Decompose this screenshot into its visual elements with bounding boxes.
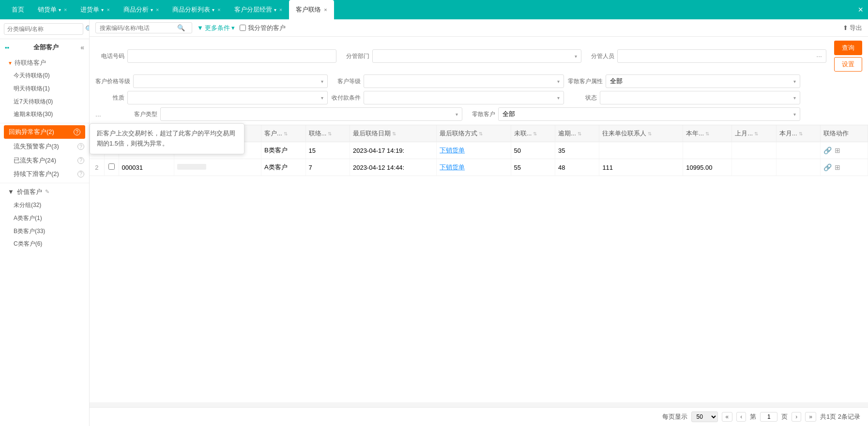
sidebar-item-unclassified[interactable]: 未分组(32) bbox=[0, 199, 89, 212]
more-dots-button[interactable]: ... bbox=[95, 110, 101, 118]
nav-sales-order[interactable]: 销货单 ▾ × bbox=[31, 0, 74, 19]
nav-close-active-icon[interactable]: × bbox=[324, 7, 327, 13]
contact-more-icon[interactable]: ⊞ bbox=[835, 147, 840, 154]
advanced-filter-panel: 电话号码 分管部门 ▾ 分管人员 ··· bbox=[90, 37, 868, 125]
filter-cell-manager: 分管人员 ··· bbox=[585, 49, 826, 63]
action-cell: 🔗 ⊞ bbox=[821, 159, 868, 176]
uncontacted-days: 50 bbox=[511, 142, 555, 159]
nav-customer-segmentation[interactable]: 客户分层经营 ▾ × bbox=[228, 0, 289, 19]
nav-close-icon[interactable]: × bbox=[217, 7, 220, 13]
nav-purchase-order[interactable]: 进货单 ▾ × bbox=[74, 0, 116, 19]
tooltip-box: 距客户上次交易时长，超过了此客户的平均交易周期的1.5倍，则视为异常。 bbox=[90, 123, 244, 154]
th-overdue: 逾期...⇅ bbox=[555, 125, 599, 142]
next-page-button[interactable]: › bbox=[792, 412, 801, 422]
sidebar-item-class-c[interactable]: C类客户(6) bbox=[0, 237, 89, 250]
nav-close-icon[interactable]: × bbox=[156, 7, 159, 13]
nav-arrow: ▾ bbox=[101, 7, 104, 13]
prev-page-button[interactable]: ‹ bbox=[736, 412, 746, 422]
contact-link-icon[interactable]: 🔗 bbox=[823, 147, 832, 154]
price-level-select[interactable]: ▾ bbox=[133, 74, 328, 88]
window-close-icon[interactable]: × bbox=[858, 5, 863, 15]
last-month-amount bbox=[732, 159, 776, 176]
sidebar-value-group[interactable]: ▼ 价值客户 ✎ bbox=[0, 185, 89, 199]
page-number-input[interactable] bbox=[760, 412, 777, 422]
nav-close-icon[interactable]: × bbox=[64, 7, 67, 13]
dots-icon[interactable]: ··· bbox=[816, 52, 822, 60]
unit-contact-person: 111 bbox=[599, 159, 683, 176]
first-page-button[interactable]: « bbox=[722, 412, 733, 422]
last-page-button[interactable]: » bbox=[805, 412, 816, 422]
contact-more-icon[interactable]: ⊞ bbox=[835, 163, 840, 171]
nav-arrow: ▾ bbox=[151, 7, 153, 13]
last-month-amount bbox=[732, 142, 776, 159]
info-icon: ? bbox=[77, 143, 84, 150]
setting-button[interactable]: 设置 bbox=[834, 57, 862, 72]
retail-attr-select[interactable]: 全部 ▾ bbox=[606, 74, 800, 88]
caret-icon: ▾ bbox=[321, 79, 323, 84]
total-records-label: 共1页 2条记录 bbox=[820, 412, 860, 421]
th-uncontacted: 未联...⇅ bbox=[511, 125, 555, 142]
table-row: 2 000031 A类客户 7 2023-04-12 14:44: 下销货单 5… bbox=[90, 159, 868, 176]
my-customer-checkbox-label[interactable]: 我分管的客户 bbox=[240, 24, 286, 32]
manager-select[interactable]: ··· bbox=[617, 49, 826, 63]
sidebar-item-overdue[interactable]: 逾期未联络(30) bbox=[0, 108, 89, 121]
nav-customer-contact[interactable]: 客户联络 × bbox=[289, 0, 334, 19]
customer-code: 000031 bbox=[119, 159, 174, 176]
sidebar-item-class-b[interactable]: B类客户(33) bbox=[0, 225, 89, 238]
sidebar-item-class-a[interactable]: A类客户(1) bbox=[0, 212, 89, 225]
triangle-icon-2: ▼ bbox=[8, 188, 14, 195]
row-checkbox-cell[interactable] bbox=[104, 159, 119, 176]
overdue-days: 48 bbox=[555, 159, 599, 176]
page-suffix: 页 bbox=[781, 412, 788, 421]
filter-cell-status: 状态 ▾ bbox=[568, 91, 800, 104]
gender-select[interactable]: ▾ bbox=[127, 91, 328, 104]
export-button[interactable]: ⬆ 导出 bbox=[843, 24, 862, 32]
nav-close-icon[interactable]: × bbox=[107, 7, 109, 13]
sidebar-item-declining[interactable]: 持续下滑客户(2) ? bbox=[0, 167, 89, 181]
sidebar-item-churned[interactable]: 已流失客户(24) ? bbox=[0, 154, 89, 167]
sidebar-search-button[interactable]: 🔍 bbox=[85, 25, 90, 33]
caret-icon: ▾ bbox=[575, 54, 577, 59]
sidebar-item-7days[interactable]: 近7天待联络(0) bbox=[0, 95, 89, 108]
retail-customer-select[interactable]: 全部 ▾ bbox=[498, 107, 800, 121]
sidebar-all-customers[interactable]: ▪▪ 全部客户 « bbox=[0, 39, 89, 56]
dept-select[interactable]: ▾ bbox=[372, 49, 581, 63]
search-icon: 🔍 bbox=[177, 24, 185, 31]
sidebar-search-input[interactable] bbox=[4, 23, 83, 35]
chevron-icon: ▾ bbox=[231, 24, 235, 31]
nav-home[interactable]: 首页 bbox=[5, 0, 31, 19]
status-select[interactable]: ▾ bbox=[600, 91, 800, 104]
caret-icon: ▾ bbox=[793, 95, 796, 101]
phone-input[interactable] bbox=[127, 49, 336, 63]
sidebar-item-churn-warning[interactable]: 流失预警客户(3) ? bbox=[0, 140, 89, 153]
sidebar-group-pending[interactable]: ▼ 待联络客户 bbox=[0, 56, 89, 69]
horizontal-scrollbar[interactable] bbox=[90, 402, 868, 407]
sidebar-item-today[interactable]: 今天待联络(0) bbox=[0, 69, 89, 82]
nav-arrow: ▾ bbox=[274, 7, 276, 13]
filter-row-2: 客户价格等级 ▾ 客户等级 ▾ 零散客户属性 全部 bbox=[95, 74, 862, 88]
filter-cell-phone: 电话号码 bbox=[95, 49, 336, 63]
sidebar-collapse-icon[interactable]: « bbox=[80, 44, 84, 51]
nav-close-icon[interactable]: × bbox=[279, 7, 282, 13]
edit-icon[interactable]: ✎ bbox=[45, 189, 49, 195]
per-page-select[interactable]: 50 20 100 bbox=[691, 411, 718, 422]
search-wrap: 🔍 bbox=[95, 22, 192, 33]
scrollbar-inner bbox=[90, 402, 767, 403]
customer-type-select[interactable]: ▾ bbox=[160, 107, 462, 121]
contact-link-icon[interactable]: 🔗 bbox=[823, 163, 832, 171]
customer-level-select[interactable]: ▾ bbox=[364, 74, 564, 88]
nav-product-analysis-list[interactable]: 商品分析列表 ▾ × bbox=[166, 0, 227, 19]
payment-select[interactable]: ▾ bbox=[364, 91, 564, 104]
nav-product-analysis[interactable]: 商品分析 ▾ × bbox=[117, 0, 166, 19]
row-index: 2 bbox=[90, 159, 104, 176]
search-input[interactable] bbox=[100, 25, 177, 31]
sort-icon: ⇅ bbox=[705, 131, 709, 136]
query-button[interactable]: 查询 bbox=[834, 41, 862, 55]
page-label: 第 bbox=[750, 412, 756, 421]
my-customer-checkbox[interactable] bbox=[240, 25, 246, 31]
row-checkbox[interactable] bbox=[108, 163, 115, 170]
more-filter-button[interactable]: ▼ 更多条件 ▾ bbox=[197, 24, 235, 32]
sidebar-item-tomorrow[interactable]: 明天待联络(1) bbox=[0, 82, 89, 95]
filter-bar: 🔍 ▼ 更多条件 ▾ 我分管的客户 ⬆ 导出 bbox=[90, 19, 868, 37]
sidebar-item-repurchase-abnormal[interactable]: 回购异常客户(2) ? bbox=[4, 125, 85, 139]
